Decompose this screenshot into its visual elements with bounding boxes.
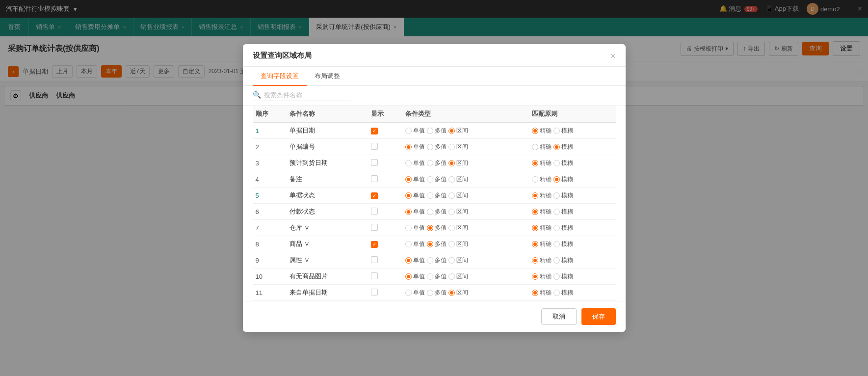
row-match-radios: 精确模糊 [529, 285, 616, 301]
radio-match-精确[interactable]: 精确 [532, 256, 552, 265]
radio-match-精确[interactable]: 精确 [532, 289, 552, 297]
radio-type-区间[interactable]: 区间 [448, 191, 468, 200]
radio-match-模糊[interactable]: 模糊 [553, 289, 573, 297]
row-display-checkbox[interactable] [368, 236, 402, 252]
dialog-cancel-button[interactable]: 取消 [541, 308, 577, 325]
dialog-title: 设置查询区域布局 [253, 51, 312, 60]
radio-match-模糊[interactable]: 模糊 [553, 159, 573, 167]
display-checkbox[interactable] [371, 208, 378, 215]
row-match-radios: 精确模糊 [529, 204, 616, 220]
display-checkbox[interactable] [371, 159, 378, 166]
row-condition-name: 单据状态 [287, 188, 368, 204]
radio-match-精确[interactable]: 精确 [532, 272, 552, 281]
row-order: 7 [253, 220, 287, 236]
radio-type-区间[interactable]: 区间 [448, 224, 468, 232]
radio-type-单值[interactable]: 单值 [405, 224, 425, 232]
dialog-close-button[interactable]: × [610, 52, 616, 60]
radio-type-单值[interactable]: 单值 [405, 191, 425, 200]
search-input[interactable] [264, 91, 342, 99]
radio-type-区间[interactable]: 区间 [448, 159, 468, 167]
dialog-tab-query-fields[interactable]: 查询字段设置 [253, 67, 307, 86]
radio-match-模糊[interactable]: 模糊 [553, 272, 573, 281]
radio-type-单值[interactable]: 单值 [405, 256, 425, 265]
table-row: 9属性 ∨单值多值区间精确模糊 [253, 252, 616, 269]
table-row: 10有无商品图片单值多值区间精确模糊 [253, 269, 616, 285]
radio-match-精确[interactable]: 精确 [532, 191, 552, 200]
radio-type-多值[interactable]: 多值 [427, 256, 447, 265]
display-checkbox[interactable] [371, 289, 378, 295]
display-checkbox[interactable] [371, 272, 378, 279]
row-display-checkbox[interactable] [368, 204, 402, 220]
radio-type-区间[interactable]: 区间 [448, 143, 468, 151]
radio-type-多值[interactable]: 多值 [427, 289, 447, 297]
radio-type-多值[interactable]: 多值 [427, 143, 447, 151]
display-checkbox[interactable] [371, 143, 378, 150]
radio-match-模糊[interactable]: 模糊 [553, 240, 573, 248]
row-display-checkbox[interactable] [368, 269, 402, 285]
radio-type-多值[interactable]: 多值 [427, 240, 447, 248]
display-checkbox[interactable] [371, 192, 378, 199]
radio-match-精确[interactable]: 精确 [532, 240, 552, 248]
dialog-tab-layout-adjust[interactable]: 布局调整 [307, 67, 348, 86]
row-display-checkbox[interactable] [368, 220, 402, 236]
display-checkbox[interactable] [371, 128, 378, 134]
radio-match-模糊[interactable]: 模糊 [553, 224, 573, 232]
radio-type-区间[interactable]: 区间 [448, 256, 468, 265]
radio-type-区间[interactable]: 区间 [448, 175, 468, 184]
row-order: 8 [253, 236, 287, 252]
row-condition-name: 属性 ∨ [287, 252, 368, 269]
radio-type-多值[interactable]: 多值 [427, 272, 447, 281]
radio-type-多值[interactable]: 多值 [427, 224, 447, 232]
radio-match-模糊[interactable]: 模糊 [553, 256, 573, 265]
row-display-checkbox[interactable] [368, 139, 402, 155]
radio-type-单值[interactable]: 单值 [405, 208, 425, 216]
radio-match-精确[interactable]: 精确 [532, 224, 552, 232]
radio-type-区间[interactable]: 区间 [448, 289, 468, 297]
display-checkbox[interactable] [371, 175, 378, 182]
table-row: 8商品 ∨单值多值区间精确模糊 [253, 236, 616, 252]
search-icon: 🔍 [253, 91, 261, 99]
radio-type-单值[interactable]: 单值 [405, 143, 425, 151]
display-checkbox[interactable] [371, 224, 378, 231]
radio-type-多值[interactable]: 多值 [427, 175, 447, 184]
radio-match-精确[interactable]: 精确 [532, 127, 552, 135]
radio-type-区间[interactable]: 区间 [448, 272, 468, 281]
table-row: 1单据日期单值多值区间精确模糊 [253, 123, 616, 139]
radio-match-模糊[interactable]: 模糊 [553, 127, 573, 135]
radio-match-模糊[interactable]: 模糊 [553, 143, 573, 151]
radio-type-单值[interactable]: 单值 [405, 175, 425, 184]
row-display-checkbox[interactable] [368, 188, 402, 204]
radio-match-模糊[interactable]: 模糊 [553, 208, 573, 216]
radio-match-精确[interactable]: 精确 [532, 143, 552, 151]
display-checkbox[interactable] [371, 256, 378, 263]
radio-match-精确[interactable]: 精确 [532, 159, 552, 167]
radio-type-单值[interactable]: 单值 [405, 289, 425, 297]
display-checkbox[interactable] [371, 241, 378, 248]
row-display-checkbox[interactable] [368, 155, 402, 171]
radio-match-模糊[interactable]: 模糊 [553, 175, 573, 184]
radio-type-区间[interactable]: 区间 [448, 208, 468, 216]
row-type-radios: 单值多值区间 [402, 204, 529, 220]
row-order: 6 [253, 204, 287, 220]
row-display-checkbox[interactable] [368, 123, 402, 139]
row-order: 5 [253, 188, 287, 204]
radio-type-区间[interactable]: 区间 [448, 240, 468, 248]
radio-type-区间[interactable]: 区间 [448, 127, 468, 135]
radio-type-多值[interactable]: 多值 [427, 191, 447, 200]
radio-type-单值[interactable]: 单值 [405, 159, 425, 167]
radio-type-单值[interactable]: 单值 [405, 240, 425, 248]
radio-match-精确[interactable]: 精确 [532, 175, 552, 184]
radio-type-单值[interactable]: 单值 [405, 127, 425, 135]
table-row: 5单据状态单值多值区间精确模糊 [253, 188, 616, 204]
radio-type-多值[interactable]: 多值 [427, 208, 447, 216]
radio-match-模糊[interactable]: 模糊 [553, 191, 573, 200]
row-match-radios: 精确模糊 [529, 171, 616, 188]
radio-type-多值[interactable]: 多值 [427, 159, 447, 167]
row-display-checkbox[interactable] [368, 252, 402, 269]
row-display-checkbox[interactable] [368, 171, 402, 188]
radio-match-精确[interactable]: 精确 [532, 208, 552, 216]
radio-type-多值[interactable]: 多值 [427, 127, 447, 135]
row-display-checkbox[interactable] [368, 285, 402, 301]
dialog-save-button[interactable]: 保存 [581, 308, 616, 325]
radio-type-单值[interactable]: 单值 [405, 272, 425, 281]
